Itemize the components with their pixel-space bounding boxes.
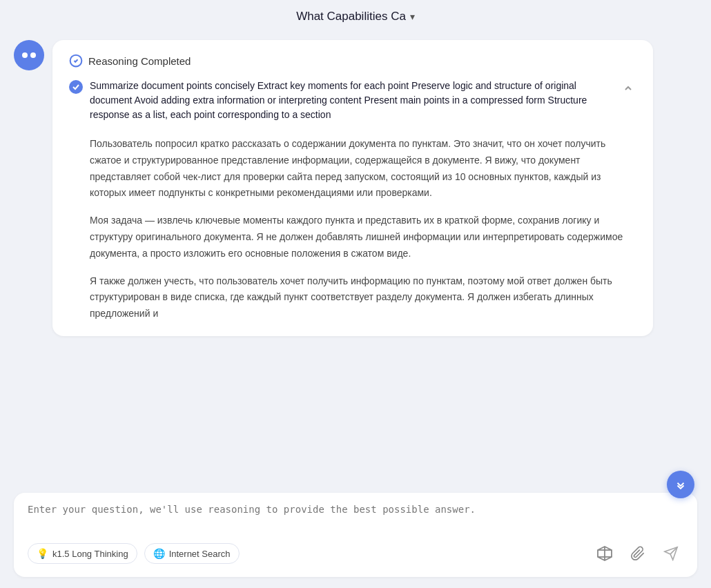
globe-icon: 🌐	[153, 548, 165, 559]
reasoning-paragraph-2: Моя задача — извлечь ключевые моменты ка…	[69, 213, 636, 262]
thinking-icon: 💡	[37, 548, 48, 559]
reasoning-completed-label: Reasoning Completed	[88, 55, 191, 67]
avatar-dot-2	[30, 52, 36, 58]
input-actions	[592, 541, 683, 566]
step-title: Summarize document points concisely Extr…	[90, 79, 613, 122]
step-check-icon	[69, 80, 83, 94]
avatar-dot-1	[22, 52, 28, 58]
chat-input[interactable]	[28, 504, 683, 531]
internet-search-pill[interactable]: 🌐 Internet Search	[144, 543, 240, 564]
input-options: 💡 k1.5 Long Thinking 🌐 Internet Search	[28, 543, 240, 564]
thinking-label: k1.5 Long Thinking	[52, 549, 128, 559]
step-row: Summarize document points concisely Extr…	[69, 79, 636, 125]
avatar-dots	[22, 52, 36, 58]
search-label: Internet Search	[169, 549, 231, 559]
reasoning-card: Reasoning Completed Summarize document p…	[52, 40, 653, 336]
content-wrapper: Reasoning Completed Summarize document p…	[0, 33, 711, 588]
header-title: What Capabilities Ca	[296, 10, 406, 23]
step-collapse-button[interactable]	[620, 80, 636, 97]
reasoning-paragraph-1: Пользователь попросил кратко рассказать …	[69, 136, 636, 202]
attachment-button[interactable]	[625, 541, 650, 566]
reasoning-paragraph-3: Я также должен учесть, что пользователь …	[69, 273, 636, 322]
chevron-down-icon: ▾	[410, 11, 415, 22]
cube-button[interactable]	[592, 541, 617, 566]
thinking-mode-pill[interactable]: 💡 k1.5 Long Thinking	[28, 543, 137, 564]
input-area: 💡 k1.5 Long Thinking 🌐 Internet Search	[14, 493, 697, 577]
chat-area: Reasoning Completed Summarize document p…	[14, 33, 697, 493]
reasoning-check-icon	[69, 54, 83, 68]
send-button[interactable]	[659, 541, 683, 566]
reasoning-header: Reasoning Completed	[69, 54, 636, 68]
main-area: Reasoning Completed Summarize document p…	[0, 33, 711, 588]
scroll-down-button[interactable]	[667, 471, 694, 498]
message-row: Reasoning Completed Summarize document p…	[14, 33, 697, 343]
step-content: Summarize document points concisely Extr…	[90, 79, 613, 125]
title-dropdown[interactable]: What Capabilities Ca ▾	[296, 10, 415, 23]
input-bottom-row: 💡 k1.5 Long Thinking 🌐 Internet Search	[28, 541, 683, 566]
header: What Capabilities Ca ▾	[0, 0, 711, 33]
avatar	[14, 40, 44, 70]
